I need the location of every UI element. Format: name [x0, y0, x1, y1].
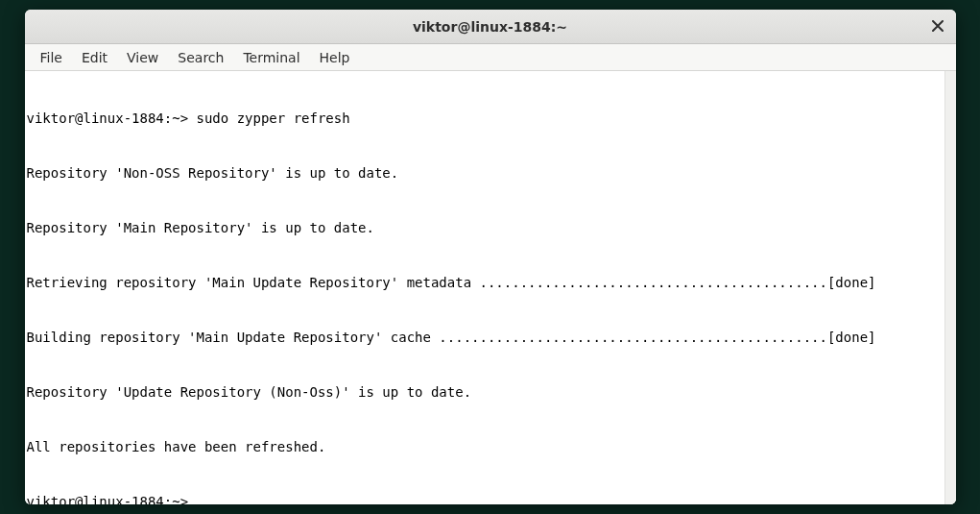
terminal-line: viktor@linux-1884:~> sudo zypper refresh: [27, 110, 952, 128]
menu-file[interactable]: File: [31, 46, 72, 69]
menu-edit[interactable]: Edit: [72, 46, 117, 69]
terminal-line: Building repository 'Main Update Reposit…: [27, 329, 952, 347]
terminal-output[interactable]: viktor@linux-1884:~> sudo zypper refresh…: [25, 71, 956, 504]
window-title: viktor@linux-1884:~: [413, 19, 567, 35]
scrollbar[interactable]: [944, 71, 956, 504]
titlebar[interactable]: viktor@linux-1884:~: [25, 10, 956, 44]
terminal-line: viktor@linux-1884:~>: [27, 493, 952, 504]
menubar: File Edit View Search Terminal Help: [25, 44, 956, 71]
close-icon: [932, 17, 944, 36]
terminal-line: All repositories have been refreshed.: [27, 438, 952, 456]
menu-search[interactable]: Search: [168, 46, 233, 69]
close-button[interactable]: [927, 16, 948, 37]
terminal-line: Retrieving repository 'Main Update Repos…: [27, 274, 952, 292]
menu-help[interactable]: Help: [310, 46, 360, 69]
menu-view[interactable]: View: [117, 46, 168, 69]
terminal-line: Repository 'Non-OSS Repository' is up to…: [27, 164, 952, 183]
terminal-window: viktor@linux-1884:~ File Edit View Searc…: [25, 10, 956, 504]
terminal-line: Repository 'Main Repository' is up to da…: [27, 219, 952, 237]
menu-terminal[interactable]: Terminal: [233, 46, 309, 69]
terminal-line: Repository 'Update Repository (Non-Oss)'…: [27, 383, 952, 402]
